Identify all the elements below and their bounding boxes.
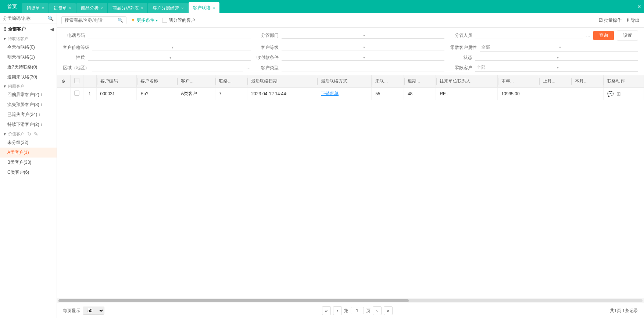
- info-icon-churn: ℹ: [41, 102, 42, 107]
- region-dots[interactable]: ···: [246, 65, 251, 71]
- nature-select[interactable]: ▾: [88, 55, 251, 61]
- page-number-input[interactable]: [351, 307, 364, 314]
- scrollbar-thumb[interactable]: [58, 299, 409, 302]
- phone-input[interactable]: [88, 32, 251, 39]
- close-analysis-tab[interactable]: ×: [101, 6, 103, 10]
- col-no-contact: 未联...: [372, 75, 404, 88]
- scatter-arrow: ▾: [557, 66, 637, 70]
- query-btn[interactable]: 查询: [593, 31, 614, 40]
- sidebar-all-customers-header[interactable]: ⠿ 全部客户 ◀: [0, 24, 57, 35]
- sidebar-item-b-class[interactable]: B类客户(33): [0, 158, 57, 167]
- price-level-arrow: ▾: [172, 45, 250, 49]
- sidebar-item-declining[interactable]: 持续下滑客户(2) ℹ: [0, 120, 57, 130]
- filter-row-price-level: 客户价格等级 ▾: [63, 43, 251, 52]
- filter-more-btn[interactable]: ▼ 更多条件 ▾: [131, 17, 158, 24]
- scatter-select[interactable]: 全部 ▾: [475, 64, 638, 72]
- sidebar-item-overdue[interactable]: 逾期未联络(30): [0, 72, 57, 82]
- payment-label: 收付款条件: [257, 54, 279, 61]
- manager-dots[interactable]: ···: [586, 33, 590, 39]
- chat-icon[interactable]: 💬: [607, 91, 613, 97]
- sidebar-item-churn-warning[interactable]: 流失预警客户(3) ℹ: [0, 100, 57, 110]
- top-nav: 首页 销货单 × 进货单 × 商品分析 × 商品分析列表 × 客户分层经营 × …: [0, 0, 644, 13]
- sidebar-item-today[interactable]: 今天待联络(0): [0, 42, 57, 52]
- filter-row-scatter: 零散客户 全部 ▾: [450, 64, 638, 72]
- sidebar-item-7days[interactable]: 近7天待联络(0): [0, 62, 57, 72]
- qr-icon[interactable]: ⊞: [616, 91, 621, 97]
- close-contact-tab[interactable]: ×: [213, 6, 215, 10]
- sidebar-item-tomorrow[interactable]: 明天待联络(1): [0, 52, 57, 62]
- region-input[interactable]: [92, 64, 243, 71]
- filter-search-icon[interactable]: 🔍: [118, 18, 123, 23]
- last-method-link[interactable]: 下销货单: [321, 91, 339, 96]
- status-arrow: ▾: [557, 56, 637, 60]
- last-page-btn[interactable]: »: [384, 306, 393, 315]
- nav-tab-analysis-list[interactable]: 商品分析列表 ×: [108, 3, 148, 13]
- my-customers-checkbox-wrap[interactable]: 我分管的客户: [162, 17, 195, 24]
- row-last-method[interactable]: 下销货单: [317, 88, 372, 100]
- customer-level-select[interactable]: ▾: [282, 45, 444, 50]
- scatter-attr-select[interactable]: 全部 ▾: [480, 43, 638, 52]
- content-area: 🔍 ▼ 更多条件 ▾ 我分管的客户 ☑ 批量操作 ⬇ 导出: [57, 13, 644, 318]
- nav-home[interactable]: 首页: [3, 3, 21, 10]
- close-purchase-tab[interactable]: ×: [69, 6, 71, 10]
- sidebar-item-churned[interactable]: 已流失客户(24) ℹ: [0, 110, 57, 120]
- next-page-btn[interactable]: ›: [373, 306, 382, 315]
- row-level: A类客户: [177, 88, 215, 100]
- sidebar-search-input[interactable]: [3, 16, 47, 21]
- filter-bar: 🔍 ▼ 更多条件 ▾ 我分管的客户 ☑ 批量操作 ⬇ 导出: [57, 13, 644, 28]
- close-segment-tab[interactable]: ×: [181, 6, 183, 10]
- col-last-month: 上月...: [539, 75, 571, 88]
- col-gear[interactable]: ⚙: [57, 75, 70, 88]
- sidebar-search-wrap: 🔍: [0, 13, 57, 24]
- nav-tab-customer-segment[interactable]: 客户分层经营 ×: [148, 3, 188, 13]
- col-checkbox[interactable]: [70, 75, 83, 88]
- close-salesorder-tab[interactable]: ×: [42, 6, 44, 10]
- nav-tab-purchase[interactable]: 进货单 ×: [49, 3, 76, 13]
- filter-row-payment: 收付款条件 ▾: [257, 54, 444, 61]
- price-level-select[interactable]: ▾: [92, 45, 251, 50]
- nav-tab-analysis[interactable]: 商品分析 ×: [76, 3, 107, 13]
- sidebar-item-ungrouped[interactable]: 未分组(32): [0, 138, 57, 148]
- value-customers-group: ▼ 价值客户 ↻ ✎: [0, 130, 57, 138]
- customer-type-label: 客户类型: [257, 65, 279, 71]
- row-select-checkbox[interactable]: [74, 91, 79, 96]
- manager-input[interactable]: [475, 32, 583, 39]
- payment-select[interactable]: ▾: [282, 55, 444, 61]
- batch-op-btn[interactable]: ☑ 批量操作: [599, 17, 622, 24]
- nav-tab-customer-contact[interactable]: 客户联络 ×: [189, 2, 219, 13]
- close-all-tabs[interactable]: ×: [637, 3, 641, 11]
- sidebar: 🔍 ⠿ 全部客户 ◀ ▼ 待联络客户 今天待联络(0) 明天待联络(1) 近7天…: [0, 13, 57, 318]
- page-size-select[interactable]: 50 100 200: [83, 307, 104, 315]
- customer-level-arrow: ▾: [363, 45, 443, 49]
- first-page-btn[interactable]: «: [322, 306, 331, 315]
- export-btn[interactable]: ⬇ 导出: [626, 17, 640, 24]
- nature-arrow: ▾: [169, 56, 250, 60]
- customer-type-input[interactable]: [282, 64, 444, 71]
- filter-row-dept: 分管部门 ▾: [257, 31, 444, 40]
- grid-icon: ⠿: [3, 26, 7, 32]
- sidebar-item-abnormal[interactable]: 回购异常客户(2) ℹ: [0, 90, 57, 100]
- phone-label: 电话号码: [63, 32, 85, 39]
- sidebar-item-c-class[interactable]: C类客户(6): [0, 167, 57, 177]
- problem-customers-group: ▼ 问题客户: [0, 82, 57, 90]
- horizontal-scrollbar[interactable]: [57, 298, 644, 303]
- payment-arrow: ▾: [363, 56, 443, 60]
- refresh-icon[interactable]: ↻: [27, 131, 32, 137]
- sidebar-item-a-class[interactable]: A类客户(1): [0, 148, 57, 158]
- filter-search-input[interactable]: [65, 18, 116, 23]
- edit-icon[interactable]: ✎: [34, 131, 38, 137]
- status-select[interactable]: ▾: [475, 55, 638, 61]
- prev-page-btn[interactable]: ‹: [333, 306, 342, 315]
- select-all-checkbox[interactable]: [74, 78, 79, 83]
- settings-btn[interactable]: 设置: [617, 31, 638, 40]
- row-checkbox[interactable]: [70, 88, 83, 100]
- my-customers-checkbox[interactable]: [162, 18, 167, 23]
- nav-tab-salesorder[interactable]: 销货单 ×: [22, 3, 49, 13]
- close-analysis-list-tab[interactable]: ×: [141, 6, 143, 10]
- row-no-contact: 55: [372, 88, 404, 100]
- customer-level-label: 客户等级: [257, 45, 279, 51]
- sidebar-search-icon[interactable]: 🔍: [47, 15, 54, 21]
- pagination: « ‹ 第 页 › »: [322, 306, 393, 315]
- col-company-contact: 往来单位联系人: [436, 75, 497, 88]
- dept-select[interactable]: ▾: [282, 33, 444, 39]
